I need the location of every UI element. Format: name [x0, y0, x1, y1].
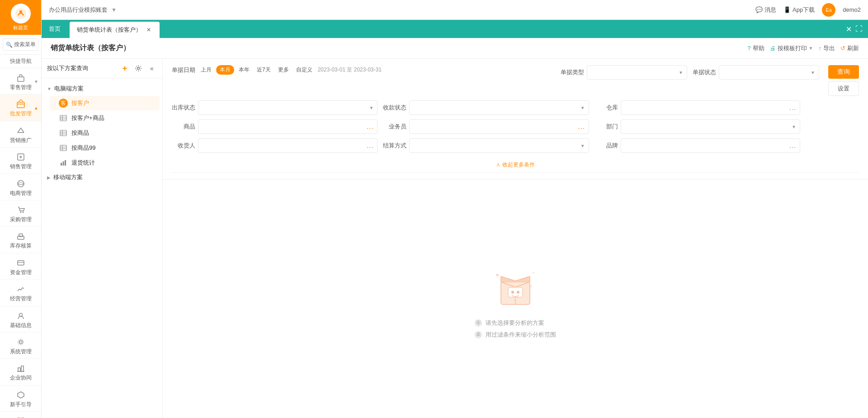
sidebar-item-marketing[interactable]: 营销推广	[0, 121, 41, 147]
sidebar-item-system[interactable]: 系统管理	[0, 332, 41, 359]
scheme-settings-button[interactable]	[133, 63, 143, 73]
scheme-group-mobile-header[interactable]: ▶ 移动端方案	[42, 171, 162, 184]
add-scheme-button[interactable]: +	[120, 63, 130, 73]
sidebar-item-purchase[interactable]: 采购管理	[0, 200, 41, 227]
tab-maximize-button[interactable]: ⛶	[855, 25, 863, 33]
sidebar-item-enterprise[interactable]: 企业协同	[0, 359, 41, 385]
scheme-group-label: 移动端方案	[53, 173, 83, 181]
delivery-status-arrow-icon: ▼	[369, 105, 373, 110]
salesperson-more-icon[interactable]: …	[578, 123, 585, 131]
tab-sales-report[interactable]: 销货单统计表（按客户） ✕	[70, 22, 160, 38]
sidebar-item-sales[interactable]: 销售管理	[0, 147, 41, 174]
doc-status-select[interactable]: ▼	[719, 65, 819, 80]
template-print-dropdown-icon: ▼	[809, 46, 813, 51]
scheme-item-by-customer[interactable]: 客 按客户	[50, 96, 160, 110]
app-title: 办公用品行业模拟账套	[49, 6, 108, 14]
page-title: 销货单统计表（按客户）	[51, 43, 130, 58]
tip-num-2: ②	[475, 331, 482, 338]
sidebar-item-label: 销售管理	[10, 163, 32, 170]
date-more[interactable]: 更多	[275, 65, 292, 75]
message-button[interactable]: 💬 消息	[755, 6, 776, 14]
scheme-group-desktop-header[interactable]: ▼ 电脑端方案	[42, 82, 162, 95]
scheme-item-by-goods-99[interactable]: 按商品99	[50, 141, 160, 155]
scheme-item-label: 按客户	[71, 99, 89, 107]
collapse-icon: ∧	[496, 162, 500, 168]
topbar-dropdown-arrow[interactable]: ▼	[111, 7, 117, 13]
scheme-group-items: 客 按客户 按客户+商品	[42, 96, 162, 170]
delivery-status-select[interactable]: ▼	[198, 100, 377, 115]
date-last-7days[interactable]: 近7天	[254, 65, 274, 75]
warehouse-more-icon[interactable]: …	[789, 104, 796, 112]
sidebar-item-label: 新手引导	[10, 401, 32, 408]
svg-point-11	[22, 211, 24, 213]
sidebar-item-operations[interactable]: 经营管理	[0, 280, 41, 306]
date-this-year[interactable]: 本年	[236, 65, 252, 75]
user-name[interactable]: demo2	[843, 6, 861, 13]
sidebar-item-label: 企业协同	[10, 375, 32, 381]
svg-point-50	[511, 291, 514, 294]
refresh-icon: ↺	[840, 45, 845, 52]
collapse-conditions-button[interactable]: ∧ 收起更多条件	[172, 157, 859, 173]
query-button[interactable]: 查询	[828, 65, 859, 79]
sidebar-item-apps[interactable]: 应用中心	[0, 412, 41, 418]
purchase-icon	[16, 205, 26, 215]
doc-type-select[interactable]: ▼	[587, 65, 687, 80]
quick-nav-label[interactable]: 快捷导航	[10, 57, 32, 65]
sidebar-item-retail[interactable]: 零售管理 ▼	[0, 68, 41, 95]
payment-status-select[interactable]: ▼	[409, 100, 589, 115]
date-last-month[interactable]: 上月	[198, 65, 214, 75]
user-avatar[interactable]: Ea	[822, 3, 835, 17]
sidebar-item-inventory[interactable]: 库存核算	[0, 227, 41, 253]
template-print-button[interactable]: 🖨 按模板打印 ▼	[770, 44, 813, 52]
recipient-more-icon[interactable]: …	[366, 142, 373, 150]
settings-button[interactable]: 设置	[828, 81, 859, 96]
empty-tips: ① 请先选择要分析的方案 ② 用过滤条件来缩小分析范围	[475, 319, 556, 339]
sidebar-item-wholesale[interactable]: 批发管理 ▲	[0, 95, 41, 121]
tab-home[interactable]: 首页	[42, 20, 68, 38]
collapse-left-panel-button[interactable]: «	[147, 63, 157, 73]
goods-select[interactable]: …	[198, 119, 377, 134]
department-select[interactable]: ▼	[621, 119, 800, 134]
salesperson-select[interactable]: …	[409, 119, 589, 134]
scheme-group-desktop: ▼ 电脑端方案 客 按客户	[42, 82, 162, 170]
recipient-select[interactable]: …	[198, 138, 377, 153]
brand-select[interactable]: …	[621, 138, 800, 153]
scheme-item-by-goods[interactable]: 按商品	[50, 126, 160, 140]
search-icon: 🔍	[6, 42, 13, 48]
tab-bar: 首页 销货单统计表（按客户） ✕ ✕ ⛶	[42, 20, 868, 38]
date-filter-label: 单据日期	[172, 66, 195, 74]
sidebar-item-basic[interactable]: 基础信息	[0, 306, 41, 332]
tab-close-icon[interactable]: ✕	[145, 26, 152, 33]
warehouse-select[interactable]: …	[621, 100, 800, 115]
settlement-select[interactable]: ▼	[409, 138, 589, 153]
left-panel-header: 按以下方案查询 + «	[42, 59, 162, 78]
refresh-button[interactable]: ↺ 刷新	[840, 44, 859, 52]
brand-label: 品牌	[594, 142, 618, 150]
goods-more-icon[interactable]: …	[366, 123, 373, 131]
scheme-item-by-customer-goods[interactable]: 按客户+商品	[50, 111, 160, 125]
sidebar-item-newbie[interactable]: 新手引导	[0, 385, 41, 412]
date-this-month[interactable]: 本月	[216, 65, 234, 75]
content-area: 销货单统计表（按客户） ? 帮助 🖨 按模板打印 ▼ ↑ 导出	[42, 38, 868, 418]
goods-label: 商品	[172, 123, 195, 131]
scheme-item-return-stats[interactable]: 退货统计	[50, 156, 160, 170]
help-button[interactable]: ? 帮助	[747, 44, 764, 52]
print-icon: 🖨	[770, 45, 776, 52]
salesperson-label: 业务员	[383, 123, 406, 131]
search-menu-button[interactable]: 🔍 搜索菜单	[3, 38, 38, 51]
app-download-button[interactable]: 📱 App下载	[783, 6, 815, 14]
message-label: 消息	[764, 6, 776, 14]
svg-point-10	[20, 211, 21, 213]
sidebar-item-ecommerce[interactable]: 电商管理	[0, 174, 41, 200]
date-custom[interactable]: 自定义	[293, 65, 315, 75]
scheme-item-label: 退货统计	[71, 159, 95, 167]
export-button[interactable]: ↑ 导出	[819, 44, 835, 52]
date-range-display: 2023-03-01 至 2023-03-31	[318, 66, 382, 74]
sidebar-item-label: 库存核算	[10, 242, 32, 249]
sidebar-logo[interactable]: 标题页	[0, 0, 41, 35]
app-download-label: App下载	[793, 6, 815, 14]
tab-close-window-button[interactable]: ✕	[846, 25, 852, 33]
brand-more-icon[interactable]: …	[789, 142, 796, 150]
sidebar-item-finance[interactable]: 资金管理	[0, 253, 41, 280]
recipient-label: 收货人	[172, 142, 195, 150]
